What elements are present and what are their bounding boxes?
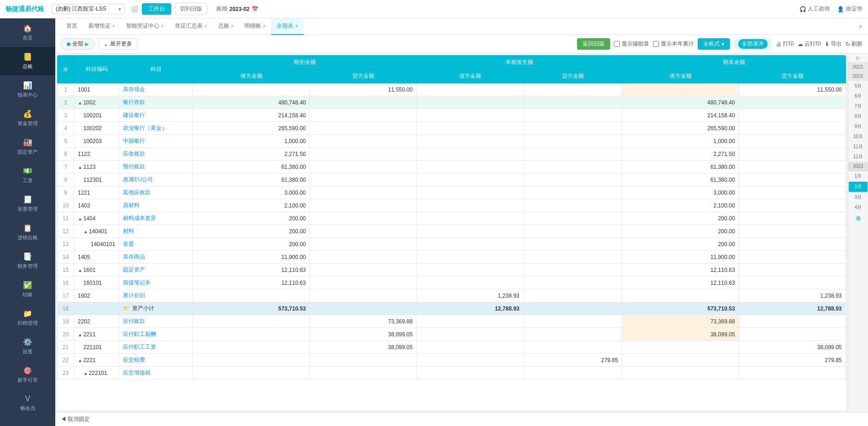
month-may[interactable]: 5月 xyxy=(848,81,868,91)
collapse-icon[interactable]: ▲ xyxy=(78,216,82,221)
sidebar-item-newbie[interactable]: 🎯 新手引导 xyxy=(0,361,55,389)
collapse-icon[interactable]: ▲ xyxy=(78,100,82,105)
open-debit: 214,158.40 xyxy=(193,109,310,122)
copy-icon[interactable]: ⬜ xyxy=(131,6,138,12)
sidebar-item-report[interactable]: 📊 报表中心 xyxy=(0,75,55,104)
open-credit xyxy=(310,276,417,289)
user-info[interactable]: 👤 徐淀华 xyxy=(837,5,862,13)
tab-home[interactable]: 首页 xyxy=(61,18,83,35)
cur-debit xyxy=(417,148,524,161)
switch-version-button[interactable]: 切到旧版 xyxy=(175,3,207,15)
tab-smart-center-close[interactable]: × xyxy=(161,23,164,29)
add-period-button[interactable]: ⊕ xyxy=(848,213,868,224)
bottom-bar[interactable]: ◀ 取消固定 xyxy=(55,412,868,426)
refresh-button[interactable]: ↻ 刷新 xyxy=(845,40,862,48)
tab-balance-sheet[interactable]: 余额表 × xyxy=(271,18,303,35)
sidebar-item-capital[interactable]: 💰 资金管理 xyxy=(0,104,55,132)
full-mode-button[interactable]: 全账式 ▾ xyxy=(698,38,730,50)
th-name: 科目 xyxy=(119,56,193,83)
month-dec[interactable]: 12月 xyxy=(848,152,868,162)
month-jul[interactable]: 7月 xyxy=(848,101,868,111)
tab-balance-sheet-close[interactable]: × xyxy=(295,23,298,29)
tab-add-voucher-close[interactable]: × xyxy=(112,23,115,29)
open-credit xyxy=(310,367,417,380)
sidebar-item-tax[interactable]: 📑 税务管理 xyxy=(0,247,55,275)
tab-voucher-summary[interactable]: 凭证汇总表 × xyxy=(169,18,213,35)
collapse-icon[interactable]: ▲ xyxy=(83,371,88,376)
year-label-2023-3: 2023 xyxy=(848,162,868,171)
tab-detail-ledger-close[interactable]: × xyxy=(263,23,266,29)
tab-voucher-summary-close[interactable]: × xyxy=(204,23,207,29)
return-old-button[interactable]: 返回旧版 xyxy=(577,38,610,50)
show-yearly-checkbox[interactable] xyxy=(653,41,659,47)
settings-gear-icon[interactable]: ⚙ xyxy=(63,66,68,73)
sidebar-item-archive[interactable]: 📁 归档管理 xyxy=(0,304,55,332)
sidebar-item-salary[interactable]: 💵 工资 xyxy=(0,161,55,190)
expand-label: 展开更多 xyxy=(110,40,132,48)
open-debit: 573,710.53 xyxy=(193,302,310,315)
month-jan[interactable]: 1月 xyxy=(848,171,868,181)
tab-general-ledger-close[interactable]: × xyxy=(231,23,234,29)
filter-all-button[interactable]: 全部 ▶ xyxy=(61,38,95,50)
tab-add-voucher[interactable]: 新增凭证 × xyxy=(83,18,121,35)
month-mar[interactable]: 3月 xyxy=(848,192,868,202)
company-selector[interactable]: (勿删) 江西殷宝-LSS ▾ xyxy=(52,4,125,14)
consult-button[interactable]: 🎧 人工咨询 xyxy=(799,5,830,13)
sidebar-item-purchase[interactable]: 📋 进销台账 xyxy=(0,218,55,247)
calendar-icon[interactable]: 📅 xyxy=(251,6,258,12)
th-current: 本期发生额 xyxy=(417,56,622,69)
print-button[interactable]: 🖨 打印 xyxy=(776,40,794,48)
sidebar-item-member[interactable]: V 畅会员 xyxy=(0,389,55,417)
sidebar-item-fixed[interactable]: 🏭 固定资产 xyxy=(0,132,55,161)
collapse-icon[interactable]: ▲ xyxy=(78,332,82,337)
expand-more-button[interactable]: ⌄ 展开更多 xyxy=(99,38,137,50)
th-period-start: 期初余额 xyxy=(193,56,417,69)
expand-panel-arrow[interactable]: ▷ xyxy=(848,53,868,63)
month-sep[interactable]: 9月 xyxy=(848,121,868,132)
open-debit: 2,271.50 xyxy=(193,148,310,161)
month-feb[interactable]: 2月 xyxy=(849,182,868,192)
cur-credit xyxy=(524,264,622,276)
tab-detail-ledger[interactable]: 明细账 × xyxy=(239,18,271,35)
expand-all-toggle-button[interactable]: 全部展开 xyxy=(738,39,768,49)
sidebar-item-invoice[interactable]: 🧾 发票管理 xyxy=(0,190,55,218)
month-oct[interactable]: 10月 xyxy=(848,132,868,142)
month-aug[interactable]: 8月 xyxy=(848,111,868,121)
export-button[interactable]: ⬇ 导出 xyxy=(825,40,842,48)
tab-smart-center[interactable]: 智能凭证中心 × xyxy=(121,18,169,35)
open-credit xyxy=(310,109,417,122)
print-icon: 🖨 xyxy=(776,41,781,47)
collapse-icon[interactable]: ▲ xyxy=(83,229,88,234)
sidebar-item-settle[interactable]: ✅ 结账 xyxy=(0,275,55,304)
cur-credit xyxy=(524,186,622,199)
cur-debit: 12,788.93 xyxy=(417,302,524,315)
tab-general-ledger[interactable]: 总账 × xyxy=(213,18,239,35)
period-value: 2023-02 xyxy=(229,6,250,12)
sidebar-item-home[interactable]: 🏠 首页 xyxy=(0,18,55,47)
cur-debit xyxy=(417,328,524,341)
close-main-button[interactable]: × xyxy=(859,23,862,30)
show-aux-checkbox[interactable] xyxy=(614,41,620,47)
sidebar-item-settings[interactable]: ⚙️ 设置 xyxy=(0,332,55,361)
collapse-icon[interactable]: ▲ xyxy=(78,165,82,170)
period-label: 账期 xyxy=(216,5,227,13)
collapse-icon[interactable]: ▲ xyxy=(78,358,82,363)
month-apr[interactable]: 4月 xyxy=(848,202,868,213)
unfix-button[interactable]: ◀ 取消固定 xyxy=(61,415,90,423)
collapse-icon[interactable]: ▲ xyxy=(78,268,82,273)
cloud-print-button[interactable]: ☁ 云打印 xyxy=(798,40,821,48)
th-settings[interactable]: ⚙ xyxy=(58,56,74,83)
close-debit: 200.00 xyxy=(622,238,739,251)
sidebar-item-ledger[interactable]: 📒 总账 xyxy=(0,47,55,75)
month-jun[interactable]: 6月 xyxy=(848,91,868,101)
table-row: 9 1221 其他应收款 3,000.00 3,000.00 xyxy=(58,186,846,199)
open-credit xyxy=(310,302,417,315)
row-num: 1 xyxy=(58,83,74,96)
salary-icon: 💵 xyxy=(23,167,32,175)
workbench-button[interactable]: 工作台 xyxy=(142,3,171,15)
account-code: 221101 xyxy=(74,341,119,354)
month-nov[interactable]: 11月 xyxy=(848,142,868,152)
close-credit: 11,550.00 xyxy=(739,83,846,96)
th-cur-credit: 贷方金额 xyxy=(524,69,622,83)
member-icon: V xyxy=(25,395,30,403)
